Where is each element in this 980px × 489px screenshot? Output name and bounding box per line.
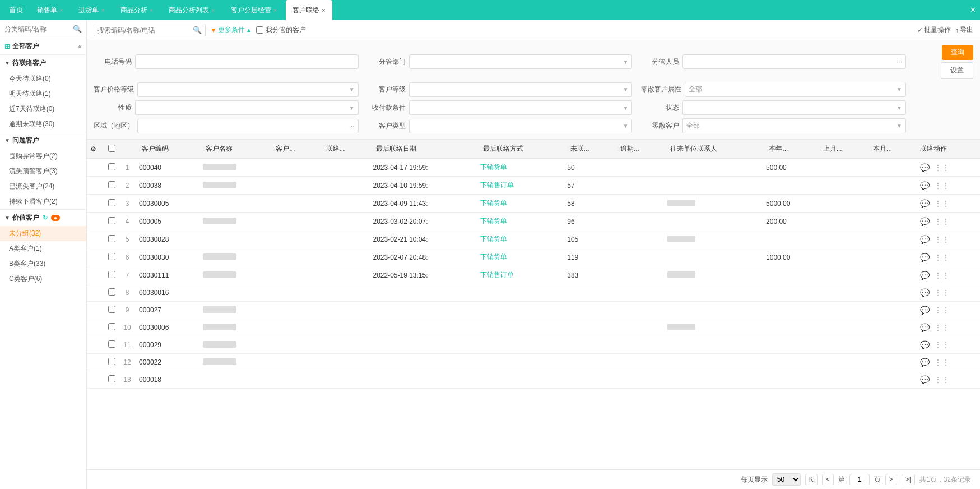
filter-select-nature[interactable]: ▼ xyxy=(135,100,359,115)
window-close-icon[interactable]: × xyxy=(970,5,976,15)
col-name[interactable]: :客户名称 xyxy=(199,140,270,159)
sidebar-item-overdue[interactable]: 逾期未联络(30) xyxy=(0,117,86,132)
row-checkbox[interactable] xyxy=(108,375,115,382)
col-overdue[interactable]: :逾期... xyxy=(614,140,664,159)
filter-select-dept[interactable]: ▼ xyxy=(409,54,633,69)
gear-icon[interactable]: ⚙ xyxy=(90,145,96,153)
export-btn[interactable]: ↑ 导出 xyxy=(955,25,973,35)
more-icon[interactable]: ⋮⋮ xyxy=(934,358,950,367)
row-check-td[interactable] xyxy=(105,266,119,284)
col-this-year[interactable]: :本年... xyxy=(763,140,816,159)
message-icon[interactable]: 💬 xyxy=(920,181,930,190)
close-icon[interactable]: × xyxy=(211,7,215,13)
message-icon[interactable]: 💬 xyxy=(920,253,930,262)
sidebar-item-c-class[interactable]: C类客户(6) xyxy=(0,271,86,287)
row-checkbox[interactable] xyxy=(108,288,115,296)
batch-op-btn[interactable]: ✓ 批量操作 xyxy=(917,25,951,35)
message-icon[interactable]: 💬 xyxy=(920,288,930,297)
col-contact[interactable]: :联络... xyxy=(319,140,369,159)
sidebar-item-7days[interactable]: 近7天待联络(0) xyxy=(0,102,86,117)
more-icon[interactable]: ⋮⋮ xyxy=(934,253,950,262)
filter-select-retail-attr[interactable]: 全部 ▼ xyxy=(685,82,906,97)
tab-customer-tier[interactable]: 客户分层经营 × xyxy=(224,0,284,20)
search-input[interactable] xyxy=(97,26,191,34)
more-icon[interactable]: ⋮⋮ xyxy=(934,163,950,172)
message-icon[interactable]: 💬 xyxy=(920,306,930,315)
col-related-contact[interactable]: :往来单位联系人 xyxy=(664,140,763,159)
row-checkbox[interactable] xyxy=(108,163,115,170)
more-icon[interactable]: ⋮⋮ xyxy=(934,217,950,226)
more-icon[interactable]: ⋮⋮ xyxy=(934,306,950,315)
sidebar-item-churn-warning[interactable]: 流失预警客户(3) xyxy=(0,164,86,179)
message-icon[interactable]: 💬 xyxy=(920,358,930,367)
more-icon[interactable]: ⋮⋮ xyxy=(934,288,950,297)
row-check-td[interactable] xyxy=(105,177,119,195)
tab-customer-contact[interactable]: 客户联络 × xyxy=(286,0,332,20)
row-check-td[interactable] xyxy=(105,159,119,177)
sidebar-section-pending[interactable]: ▼ 待联络客户 xyxy=(0,55,86,71)
close-icon[interactable]: × xyxy=(150,7,153,13)
refresh-icon[interactable]: ↻ xyxy=(43,214,48,222)
select-all-checkbox[interactable] xyxy=(108,145,115,152)
row-check-td[interactable] xyxy=(105,248,119,266)
last-page-btn[interactable]: >| xyxy=(902,474,915,485)
tab-goods-analysis-list[interactable]: 商品分析列表 × xyxy=(162,0,221,20)
close-icon[interactable]: × xyxy=(322,7,325,13)
filter-select-cust-level[interactable]: ▼ xyxy=(409,82,633,97)
row-check-td[interactable] xyxy=(105,213,119,230)
close-icon[interactable]: × xyxy=(101,7,104,13)
row-checkbox[interactable] xyxy=(108,235,115,242)
close-icon[interactable]: × xyxy=(273,7,277,13)
sidebar-search-icon[interactable]: 🔍 xyxy=(73,25,82,33)
row-checkbox[interactable] xyxy=(108,271,115,278)
row-checkbox[interactable] xyxy=(108,323,115,330)
row-check-td[interactable] xyxy=(105,302,119,319)
sidebar-item-churned[interactable]: 已流失客户(24) xyxy=(0,179,86,194)
sidebar-item-ungroup[interactable]: 未分组(32) xyxy=(0,226,86,241)
message-icon[interactable]: 💬 xyxy=(920,375,930,384)
query-button[interactable]: 查询 xyxy=(942,45,973,60)
filter-input-manager[interactable]: ··· xyxy=(682,54,906,69)
my-customers-filter[interactable]: 我分管的客户 xyxy=(256,25,306,35)
tab-purchase[interactable]: 进货单 × xyxy=(72,0,111,20)
filter-input-phone[interactable] xyxy=(135,54,359,69)
page-input[interactable] xyxy=(849,474,870,485)
more-icon[interactable]: ⋮⋮ xyxy=(934,181,950,190)
message-icon[interactable]: 💬 xyxy=(920,217,930,226)
message-icon[interactable]: 💬 xyxy=(920,271,930,280)
my-customers-checkbox[interactable] xyxy=(256,26,263,34)
row-check-td[interactable] xyxy=(105,195,119,213)
filter-select-status[interactable]: ▼ xyxy=(682,100,906,115)
row-check-td[interactable] xyxy=(105,371,119,389)
col-last-month[interactable]: :上月... xyxy=(816,140,866,159)
row-checkbox[interactable] xyxy=(108,340,115,348)
col-this-month[interactable]: :本月... xyxy=(867,140,917,159)
tab-sales[interactable]: 销售单 × xyxy=(30,0,69,20)
more-filters-btn[interactable]: ▼ 更多条件 ▲ xyxy=(210,25,252,35)
col-gear[interactable]: ⚙ xyxy=(87,140,105,159)
contact-way-link[interactable]: 下销售订单 xyxy=(480,181,514,189)
tab-goods-analysis[interactable]: 商品分析 × xyxy=(114,0,160,20)
sidebar-section-problem[interactable]: ▼ 问题客户 xyxy=(0,132,86,149)
contact-way-link[interactable]: 下销货单 xyxy=(480,235,507,243)
per-page-select[interactable]: 50 100 xyxy=(772,473,801,486)
row-check-td[interactable] xyxy=(105,284,119,302)
sidebar-item-a-class[interactable]: A类客户(1) xyxy=(0,241,86,256)
reset-button[interactable]: 设置 xyxy=(941,62,973,79)
collapse-icon[interactable]: « xyxy=(78,43,82,50)
next-page-btn[interactable]: > xyxy=(885,474,897,485)
more-icon[interactable]: ⋮⋮ xyxy=(934,199,950,208)
message-icon[interactable]: 💬 xyxy=(920,323,930,332)
more-icon[interactable]: ⋮⋮ xyxy=(934,340,950,349)
row-checkbox[interactable] xyxy=(108,181,115,188)
search-icon[interactable]: 🔍 xyxy=(193,26,202,34)
row-checkbox[interactable] xyxy=(108,358,115,365)
sidebar-item-tomorrow[interactable]: 明天待联络(1) xyxy=(0,86,86,102)
first-page-btn[interactable]: K xyxy=(805,474,818,485)
col-last-contact-way[interactable]: :最后联络方式 xyxy=(477,140,564,159)
contact-way-link[interactable]: 下销货单 xyxy=(480,217,507,225)
sidebar-item-today[interactable]: 今天待联络(0) xyxy=(0,71,86,86)
sidebar-search-input[interactable] xyxy=(4,25,71,33)
prev-page-btn[interactable]: < xyxy=(822,474,834,485)
message-icon[interactable]: 💬 xyxy=(920,235,930,244)
